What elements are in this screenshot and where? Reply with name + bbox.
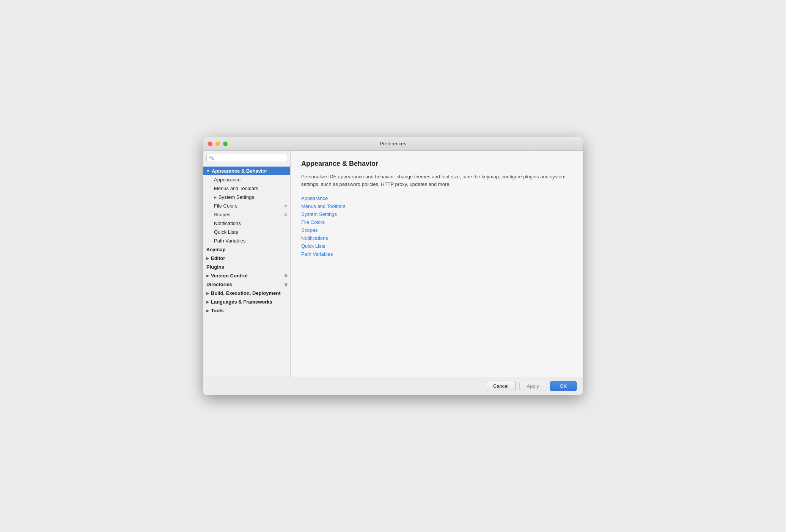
sidebar-item-plugins[interactable]: Plugins xyxy=(203,263,290,271)
cancel-button[interactable]: Cancel xyxy=(486,381,516,391)
link-scopes[interactable]: Scopes xyxy=(301,227,572,233)
sidebar-item-label: Path Variables xyxy=(214,238,246,244)
page-description: Personalize IDE appearance and behavior:… xyxy=(301,173,572,188)
sidebar-item-label: Keymap xyxy=(206,247,226,252)
chevron-right-icon: ▶ xyxy=(206,309,209,313)
sidebar: 🔍 ▼ Appearance & Behavior Appearance Men… xyxy=(203,151,291,377)
search-icon: 🔍 xyxy=(209,156,214,161)
chevron-right-icon: ▶ xyxy=(206,300,209,304)
minimize-button[interactable] xyxy=(215,142,220,146)
settings-icon: ⧉ xyxy=(285,274,287,278)
close-button[interactable] xyxy=(208,142,212,146)
page-title: Appearance & Behavior xyxy=(301,160,572,168)
sidebar-item-label: Version Control xyxy=(211,273,248,279)
chevron-right-icon: ▶ xyxy=(206,257,209,260)
sidebar-item-label: Directories xyxy=(206,282,232,287)
preferences-window: Preferences 🔍 ▼ Appearance & Behavior Ap… xyxy=(203,137,583,395)
titlebar-buttons xyxy=(208,142,228,146)
chevron-right-icon: ▶ xyxy=(206,291,209,295)
link-menus-toolbars[interactable]: Menus and Toolbars xyxy=(301,203,572,209)
link-quick-lists[interactable]: Quick Lists xyxy=(301,243,572,249)
sidebar-item-appearance-behavior[interactable]: ▼ Appearance & Behavior xyxy=(203,167,290,175)
sidebar-item-label: Languages & Frameworks xyxy=(211,299,272,305)
maximize-button[interactable] xyxy=(223,142,228,146)
settings-icon: ⧉ xyxy=(285,282,287,287)
link-notifications[interactable]: Notifications xyxy=(301,235,572,241)
bottom-bar: Cancel Apply OK xyxy=(203,377,583,395)
sidebar-item-menus-toolbars[interactable]: Menus and Toolbars xyxy=(203,184,290,193)
sidebar-item-label: Appearance & Behavior xyxy=(212,168,267,174)
chevron-right-icon: ▶ xyxy=(214,195,217,199)
chevron-right-icon: ▶ xyxy=(206,274,209,278)
sidebar-item-scopes[interactable]: Scopes ⧉ xyxy=(203,210,290,219)
sidebar-item-label: Appearance xyxy=(214,177,241,183)
settings-icon: ⧉ xyxy=(285,204,287,208)
sidebar-item-label: Plugins xyxy=(206,264,224,270)
sidebar-item-appearance[interactable]: Appearance xyxy=(203,175,290,184)
ok-button[interactable]: OK xyxy=(550,381,577,391)
chevron-down-icon: ▼ xyxy=(206,169,210,173)
sidebar-item-languages-frameworks[interactable]: ▶ Languages & Frameworks xyxy=(203,297,290,306)
sidebar-nav: ▼ Appearance & Behavior Appearance Menus… xyxy=(203,165,290,377)
sidebar-item-label: File Colors xyxy=(214,203,237,209)
sidebar-item-notifications[interactable]: Notifications xyxy=(203,219,290,228)
sidebar-item-editor[interactable]: ▶ Editor xyxy=(203,254,290,263)
sidebar-item-label: Notifications xyxy=(214,220,241,226)
sidebar-item-label: Scopes xyxy=(214,212,230,217)
search-box[interactable]: 🔍 xyxy=(206,154,287,162)
sidebar-item-label: Menus and Toolbars xyxy=(214,186,258,191)
apply-button[interactable]: Apply xyxy=(519,381,546,391)
sidebar-item-directories[interactable]: Directories ⧉ xyxy=(203,280,290,289)
link-path-variables[interactable]: Path Variables xyxy=(301,251,572,257)
sidebar-item-tools[interactable]: ▶ Tools xyxy=(203,306,290,315)
links-list: Appearance Menus and Toolbars System Set… xyxy=(301,195,572,257)
sidebar-item-label: Build, Execution, Deployment xyxy=(211,290,280,296)
titlebar: Preferences xyxy=(203,137,583,151)
main-content: Appearance & Behavior Personalize IDE ap… xyxy=(291,151,583,377)
link-file-colors[interactable]: File Colors xyxy=(301,219,572,225)
link-appearance[interactable]: Appearance xyxy=(301,195,572,201)
sidebar-item-label: Quick Lists xyxy=(214,229,238,235)
sidebar-item-path-variables[interactable]: Path Variables xyxy=(203,236,290,245)
window-title: Preferences xyxy=(380,141,406,146)
sidebar-item-label: Editor xyxy=(211,255,225,261)
sidebar-item-label: System Settings xyxy=(219,194,254,200)
search-input[interactable] xyxy=(216,155,285,161)
settings-icon: ⧉ xyxy=(285,212,287,217)
link-system-settings[interactable]: System Settings xyxy=(301,211,572,217)
sidebar-item-label: Tools xyxy=(211,308,224,313)
sidebar-item-system-settings[interactable]: ▶ System Settings xyxy=(203,193,290,201)
sidebar-item-file-colors[interactable]: File Colors ⧉ xyxy=(203,201,290,210)
sidebar-item-build-execution-deployment[interactable]: ▶ Build, Execution, Deployment xyxy=(203,289,290,297)
sidebar-item-version-control[interactable]: ▶ Version Control ⧉ xyxy=(203,271,290,280)
sidebar-item-quick-lists[interactable]: Quick Lists xyxy=(203,228,290,236)
sidebar-item-keymap[interactable]: Keymap xyxy=(203,245,290,254)
content-area: 🔍 ▼ Appearance & Behavior Appearance Men… xyxy=(203,151,583,377)
